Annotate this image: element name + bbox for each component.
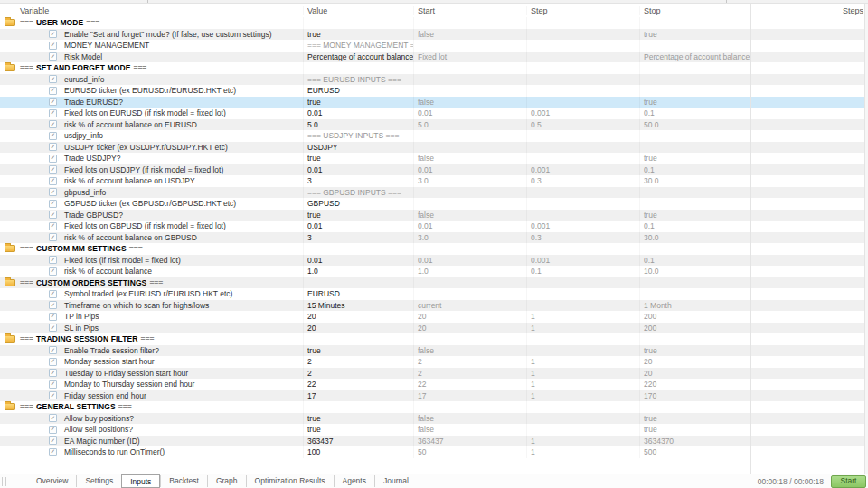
param-row[interactable]: ✓risk % of account balance on GBPUSD33.0… — [0, 232, 868, 244]
param-row[interactable]: ✓Symbol traded (ex EURUSD.r/EURUSD.HKT e… — [0, 288, 868, 300]
stop-cell[interactable]: 0.1 — [640, 164, 750, 176]
value-cell[interactable]: true — [304, 97, 414, 108]
stop-cell[interactable]: 30.0 — [640, 175, 750, 187]
value-cell[interactable]: EURUSD — [304, 288, 414, 300]
start-cell[interactable]: 2 — [414, 356, 527, 368]
parameter-checkbox[interactable]: ✓ — [49, 426, 57, 434]
stop-cell[interactable]: 220 — [640, 379, 750, 390]
value-cell[interactable]: 5.0 — [304, 119, 414, 131]
stop-cell[interactable]: 200 — [640, 323, 750, 334]
param-row[interactable]: ✓Fixed lots on USDJPY (if risk model = f… — [0, 164, 868, 176]
step-cell[interactable] — [527, 40, 640, 52]
stop-cell[interactable]: true — [640, 153, 750, 164]
step-cell[interactable]: 0.1 — [527, 266, 640, 277]
stop-cell[interactable] — [640, 198, 750, 210]
stop-cell[interactable]: 20 — [640, 368, 750, 380]
step-cell[interactable] — [527, 130, 640, 142]
value-cell[interactable]: 363437 — [304, 436, 414, 447]
stop-cell[interactable]: 1 Month — [640, 300, 750, 312]
start-cell[interactable]: 0.01 — [414, 108, 527, 119]
parameter-checkbox[interactable]: ✓ — [49, 256, 57, 264]
step-cell[interactable]: 0.001 — [527, 221, 640, 232]
param-row[interactable]: ✓Allow buy positions?truefalsetrue — [0, 413, 868, 425]
section-row[interactable]: ===TRADING SESSION FILTER=== — [0, 333, 868, 345]
value-cell[interactable]: true — [304, 153, 414, 164]
step-cell[interactable] — [527, 413, 640, 425]
stop-cell[interactable]: true — [640, 97, 750, 108]
tab-optimization-results[interactable]: Optimization Results — [246, 475, 334, 487]
start-cell[interactable]: 22 — [414, 379, 527, 390]
param-row[interactable]: ✓Enable Trade session filter?truefalsetr… — [0, 345, 868, 357]
start-cell[interactable]: false — [414, 29, 527, 41]
step-cell[interactable] — [527, 345, 640, 357]
param-row[interactable]: ✓EA Magic number (ID)3634373634371363437… — [0, 436, 868, 447]
stop-cell[interactable] — [640, 40, 750, 52]
parameter-checkbox[interactable]: ✓ — [49, 132, 57, 140]
parameter-checkbox[interactable]: ✓ — [49, 448, 57, 456]
stop-cell[interactable]: Percentage of account balance — [640, 52, 750, 63]
step-cell[interactable] — [527, 29, 640, 41]
param-row[interactable]: ✓Timeframe on which to scan for highs/lo… — [0, 300, 868, 312]
start-cell[interactable]: 0.01 — [414, 255, 527, 267]
param-row[interactable]: ✓risk % of account balance on USDJPY33.0… — [0, 175, 868, 187]
stop-cell[interactable] — [640, 142, 750, 154]
stop-cell[interactable]: 3634370 — [640, 436, 750, 447]
value-cell[interactable]: 0.01 — [304, 108, 414, 119]
start-cell[interactable]: false — [414, 153, 527, 164]
value-cell[interactable]: 2 — [304, 356, 414, 368]
value-cell[interactable]: EURUSD — [304, 85, 414, 97]
param-row[interactable]: ✓USDJPY ticker (ex USDJPY.r/USDJPY.HKT e… — [0, 142, 868, 154]
stop-cell[interactable]: true — [640, 345, 750, 357]
parameter-checkbox[interactable]: ✓ — [49, 324, 57, 332]
section-row[interactable]: ===GENERAL SETTINGS=== — [0, 401, 868, 413]
parameter-checkbox[interactable]: ✓ — [49, 233, 57, 241]
start-cell[interactable]: false — [414, 424, 527, 436]
start-cell[interactable] — [414, 142, 527, 154]
param-row[interactable]: ✓Allow sell positions?truefalsetrue — [0, 424, 868, 436]
value-cell[interactable]: 20 — [304, 311, 414, 323]
stop-cell[interactable]: true — [640, 413, 750, 425]
param-row[interactable]: ✓Fixed lots (if risk model = fixed lot)0… — [0, 255, 868, 267]
parameter-checkbox[interactable]: ✓ — [49, 436, 57, 445]
start-cell[interactable]: 20 — [414, 311, 527, 323]
step-cell[interactable]: 1 — [527, 368, 640, 380]
start-cell[interactable]: false — [414, 97, 527, 108]
parameter-checkbox[interactable]: ✓ — [49, 369, 57, 377]
value-cell[interactable]: === USDJPY INPUTS === — [304, 130, 414, 142]
step-cell[interactable] — [527, 52, 640, 63]
param-row[interactable]: ✓Enable "Set and forget" mode? (If false… — [0, 29, 868, 41]
param-row[interactable]: ✓Trade USDJPY?truefalsetrue — [0, 153, 868, 164]
parameter-checkbox[interactable]: ✓ — [49, 87, 57, 95]
value-cell[interactable]: Percentage of account balance — [304, 52, 414, 63]
step-cell[interactable] — [527, 142, 640, 154]
tab-settings[interactable]: Settings — [76, 475, 121, 487]
start-cell[interactable]: 1.0 — [414, 266, 527, 277]
stop-cell[interactable] — [640, 288, 750, 300]
value-cell[interactable]: 22 — [304, 379, 414, 390]
step-cell[interactable]: 1 — [527, 390, 640, 402]
param-row[interactable]: ✓Monday session start hour22120 — [0, 356, 868, 368]
param-row[interactable]: ✓SL in Pips20201200 — [0, 323, 868, 334]
start-cell[interactable] — [414, 187, 527, 199]
parameter-checkbox[interactable]: ✓ — [49, 301, 57, 309]
start-cell[interactable]: false — [414, 210, 527, 221]
tab-graph[interactable]: Graph — [207, 475, 246, 487]
parameter-checkbox[interactable]: ✓ — [49, 380, 57, 389]
step-cell[interactable] — [527, 210, 640, 221]
param-row[interactable]: ✓GBPUSD ticker (ex GBPUSD.r/GBPUSD.HKT e… — [0, 198, 868, 210]
step-cell[interactable]: 1 — [527, 446, 640, 458]
step-cell[interactable]: 1 — [527, 379, 640, 390]
step-cell[interactable] — [527, 300, 640, 312]
stop-cell[interactable]: 0.1 — [640, 255, 750, 267]
param-row[interactable]: ✓Risk ModelPercentage of account balance… — [0, 52, 868, 63]
parameter-checkbox[interactable]: ✓ — [49, 222, 57, 230]
start-cell[interactable]: false — [414, 345, 527, 357]
stop-cell[interactable]: true — [640, 424, 750, 436]
step-cell[interactable]: 1 — [527, 311, 640, 323]
param-row[interactable]: ✓Trade EURUSD?truefalsetrue — [0, 97, 868, 108]
step-cell[interactable]: 0.3 — [527, 232, 640, 244]
param-row[interactable]: ✓Fixed lots on GBPUSD (if risk model = f… — [0, 221, 868, 232]
step-cell[interactable] — [527, 424, 640, 436]
value-cell[interactable]: === MONEY MANAGEMENT === — [304, 40, 414, 52]
step-cell[interactable] — [527, 85, 640, 97]
